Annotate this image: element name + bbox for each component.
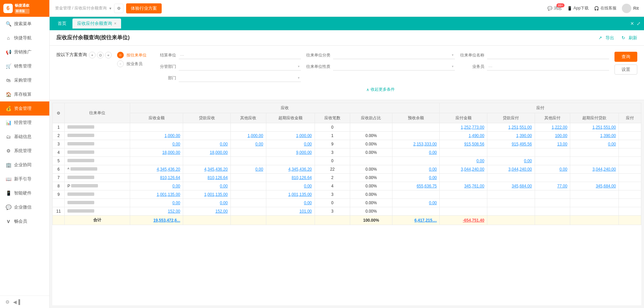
table-cell[interactable] — [440, 199, 487, 207]
table-cell[interactable] — [535, 148, 570, 157]
table-cell[interactable]: 0.00 — [230, 140, 266, 148]
table-cell[interactable]: 0.00 — [487, 157, 535, 165]
topbar-gear-button[interactable]: ⚙ — [114, 4, 123, 13]
scheme-by-partner[interactable]: ⊙ 按往来单位 — [117, 52, 147, 58]
table-cell[interactable]: 0.00 — [570, 140, 619, 148]
table-cell[interactable]: 1,001,135.00 — [130, 190, 183, 199]
table-cell[interactable]: 810,126.64 — [183, 174, 231, 182]
table-cell[interactable] — [130, 123, 183, 132]
table-cell[interactable] — [392, 157, 440, 165]
sidebar-item-operation[interactable]: 📊 经营管理 — [0, 116, 49, 130]
tab-close-icon[interactable]: × — [114, 21, 116, 26]
table-cell[interactable]: 4,345,436.20 — [183, 165, 231, 174]
table-cell[interactable] — [619, 165, 641, 174]
online-service-button[interactable]: 🎧 在线客服 — [594, 5, 616, 11]
table-cell[interactable]: 1,390.00 — [487, 132, 535, 140]
table-cell[interactable] — [487, 174, 535, 182]
table-cell[interactable] — [230, 157, 266, 165]
table-cell[interactable] — [535, 174, 570, 182]
table-cell[interactable] — [440, 174, 487, 182]
table-cell[interactable] — [619, 148, 641, 157]
sidebar-item-inventory[interactable]: 🏠 库存核算 — [0, 87, 49, 101]
sidebar-item-hardware[interactable]: 📱 智能硬件 — [0, 186, 49, 200]
table-cell[interactable] — [570, 148, 619, 157]
table-cell[interactable]: 0.00 — [440, 157, 487, 165]
sidebar-item-marketing[interactable]: 📢 营销推广 — [0, 45, 49, 59]
table-cell[interactable]: 915,495.56 — [487, 140, 535, 148]
table-cell[interactable] — [619, 190, 641, 199]
table-cell[interactable]: 77.00 — [535, 182, 570, 190]
table-cell[interactable]: 810,126.64 — [130, 174, 183, 182]
table-cell[interactable] — [535, 199, 570, 207]
table-cell[interactable]: 1,251,551.00 — [487, 123, 535, 132]
table-cell[interactable]: 152.00 — [130, 207, 183, 216]
table-cell[interactable]: 1,390.00 — [570, 132, 619, 140]
user-area[interactable]: Rit — [622, 4, 639, 13]
table-cell[interactable] — [619, 207, 641, 216]
table-cell[interactable]: 152.00 — [183, 207, 231, 216]
table-cell[interactable] — [619, 132, 641, 140]
table-cell[interactable]: 13.00 — [535, 140, 570, 148]
scheme-by-salesman[interactable]: ○ 按业务员 — [117, 60, 147, 67]
table-cell[interactable]: 100.00 — [535, 132, 570, 140]
sidebar-item-enterprise[interactable]: 🏢 企业协同 — [0, 158, 49, 172]
table-cell[interactable]: 3,044,240.00 — [487, 165, 535, 174]
partner-name-input[interactable] — [487, 51, 609, 59]
table-cell[interactable] — [570, 190, 619, 199]
table-cell[interactable]: 18,000.00 — [130, 148, 183, 157]
table-cell[interactable] — [535, 207, 570, 216]
plan-button[interactable]: 体验行业方案 — [126, 3, 162, 13]
table-cell[interactable]: 0.00 — [183, 199, 231, 207]
settings-scheme-button[interactable]: ⊙ — [97, 52, 104, 58]
sidebar-item-quick[interactable]: ⌂ 快捷导航 — [0, 31, 49, 45]
table-cell[interactable] — [230, 148, 266, 157]
table-cell[interactable] — [266, 123, 315, 132]
table-cell[interactable] — [535, 157, 570, 165]
table-cell[interactable] — [487, 199, 535, 207]
summary-prepay-bal[interactable]: 6,417,215.... — [392, 216, 440, 225]
table-cell[interactable]: 1,222.00 — [535, 123, 570, 132]
table-cell[interactable] — [230, 182, 266, 190]
table-cell[interactable]: 0.00 — [266, 182, 315, 190]
table-cell[interactable]: 345,684.00 — [570, 182, 619, 190]
table-cell[interactable] — [570, 174, 619, 182]
table-cell[interactable]: 0.00 — [183, 182, 231, 190]
export-button[interactable]: 导出 — [605, 35, 614, 41]
breadcrumb-dropdown-icon[interactable]: ▾ — [109, 6, 111, 11]
table-cell[interactable]: 655,636.75 — [392, 182, 440, 190]
table-cell[interactable]: 2,153,333.00 — [392, 140, 440, 148]
table-cell[interactable]: 3,044,240.00 — [570, 165, 619, 174]
summary-pay-amt[interactable]: -654,751.40 — [440, 216, 487, 225]
dept-input[interactable]: ▾ — [179, 74, 301, 82]
table-cell[interactable]: 4,345,436.20 — [266, 165, 315, 174]
sidebar-item-system[interactable]: ⚙ 系统管理 — [0, 144, 49, 158]
settlement-unit-input[interactable]: ··· — [179, 51, 301, 59]
table-cell[interactable] — [619, 174, 641, 182]
table-cell[interactable]: 1,000.00 — [130, 132, 183, 140]
table-cell[interactable]: 0.00 — [392, 148, 440, 157]
table-cell[interactable]: 18,000.00 — [183, 148, 231, 157]
table-cell[interactable] — [619, 199, 641, 207]
collapse-scheme-button[interactable]: « — [105, 52, 112, 58]
table-cell[interactable] — [183, 157, 231, 165]
table-cell[interactable] — [570, 207, 619, 216]
collapse-more-conditions[interactable]: ∧ 收起更多条件 — [152, 85, 609, 94]
table-cell[interactable]: 0.00 — [266, 140, 315, 148]
table-cell[interactable]: 1,001,135.00 — [183, 190, 231, 199]
sidebar-item-member[interactable]: V 畅会员 — [0, 214, 49, 228]
table-cell[interactable] — [230, 174, 266, 182]
sidebar-item-sales[interactable]: 🛒 销售管理 — [0, 59, 49, 73]
table-cell[interactable] — [392, 132, 440, 140]
table-cell[interactable] — [183, 123, 231, 132]
table-cell[interactable]: 0.00 — [392, 165, 440, 174]
table-cell[interactable]: 1,490.00 — [440, 132, 487, 140]
sidebar-item-guide[interactable]: 📖 新手引导 — [0, 172, 49, 186]
table-cell[interactable]: 1,000.00 — [230, 132, 266, 140]
table-cell[interactable]: 1,251,551.00 — [570, 123, 619, 132]
table-cell[interactable] — [183, 132, 231, 140]
sidebar-item-finance[interactable]: 💰 资金管理 — [0, 101, 49, 116]
table-cell[interactable] — [392, 190, 440, 199]
table-cell[interactable] — [440, 148, 487, 157]
table-cell[interactable] — [392, 207, 440, 216]
sidebar-item-search[interactable]: 🔍 搜索菜单 — [0, 17, 49, 31]
